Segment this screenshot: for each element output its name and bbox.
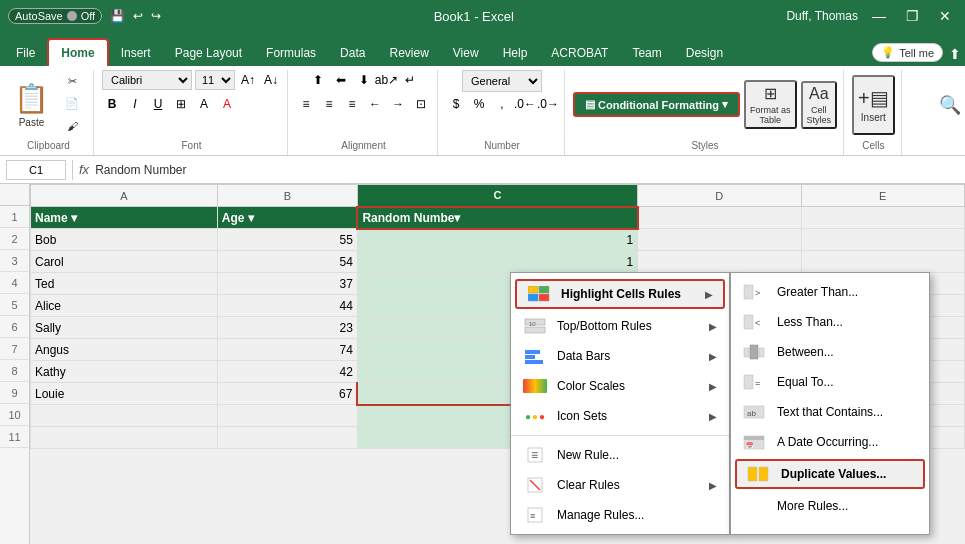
align-left-button[interactable]: ≡ (296, 94, 316, 114)
col-header-d[interactable]: D (638, 185, 801, 207)
font-color-button[interactable]: A (217, 94, 237, 114)
cell-a6[interactable]: Sally (31, 317, 218, 339)
font-size-dropdown[interactable]: 11 (195, 70, 235, 90)
cf-item-managerules[interactable]: ≡ Manage Rules... (511, 500, 729, 530)
close-button[interactable]: ✕ (933, 6, 957, 26)
comma-button[interactable]: , (492, 94, 512, 114)
cell-c1[interactable]: Random Numbe▾ (357, 207, 637, 229)
bold-button[interactable]: B (102, 94, 122, 114)
tab-help[interactable]: Help (491, 40, 540, 66)
sub-item-equal[interactable]: = Equal To... (731, 367, 929, 397)
decrease-font-button[interactable]: A↓ (261, 70, 281, 90)
cell-a7[interactable]: Angus (31, 339, 218, 361)
cell-a10[interactable] (31, 405, 218, 427)
search-icon[interactable]: 🔍 (939, 94, 961, 116)
row-num-6[interactable]: 6 (0, 316, 29, 338)
cf-item-colorscales[interactable]: Color Scales ▶ (511, 371, 729, 401)
cell-reference-box[interactable] (6, 160, 66, 180)
underline-button[interactable]: U (148, 94, 168, 114)
wrap-text-button[interactable]: ↵ (400, 70, 420, 90)
sub-item-less[interactable]: < Less Than... (731, 307, 929, 337)
cell-b11[interactable] (217, 427, 357, 449)
increase-font-button[interactable]: A↑ (238, 70, 258, 90)
border-button[interactable]: ⊞ (171, 94, 191, 114)
increase-indent-button[interactable]: → (388, 94, 408, 114)
cf-item-clearrules[interactable]: Clear Rules ▶ (511, 470, 729, 500)
cell-d1[interactable] (638, 207, 801, 229)
italic-button[interactable]: I (125, 94, 145, 114)
cell-b1[interactable]: Age ▾ (217, 207, 357, 229)
col-header-c[interactable]: C (357, 185, 637, 207)
tab-file[interactable]: File (4, 40, 47, 66)
merge-center-button[interactable]: ⊡ (411, 94, 431, 114)
number-format-dropdown[interactable]: General Number Currency Date (462, 70, 542, 92)
col-header-b[interactable]: B (217, 185, 357, 207)
row-num-1[interactable]: 1 (0, 206, 29, 228)
cell-b4[interactable]: 37 (217, 273, 357, 295)
align-top-button[interactable]: ⬆ (308, 70, 328, 90)
cell-e3[interactable] (801, 251, 964, 273)
sub-item-between[interactable]: Between... (731, 337, 929, 367)
cell-b2[interactable]: 55 (217, 229, 357, 251)
align-middle-button[interactable]: ⬅ (331, 70, 351, 90)
conditional-formatting-button[interactable]: ▤ Conditional Formatting ▾ (573, 92, 740, 117)
restore-button[interactable]: ❐ (900, 6, 925, 26)
cf-item-newrule[interactable]: ≡ New Rule... (511, 440, 729, 470)
sub-item-text[interactable]: ab Text that Contains... (731, 397, 929, 427)
cell-e2[interactable] (801, 229, 964, 251)
cell-a3[interactable]: Carol (31, 251, 218, 273)
sub-item-greater[interactable]: > Greater Than... (731, 277, 929, 307)
tab-page-layout[interactable]: Page Layout (163, 40, 254, 66)
col-header-a[interactable]: A (31, 185, 218, 207)
cf-item-databars[interactable]: Data Bars ▶ (511, 341, 729, 371)
row-num-4[interactable]: 4 (0, 272, 29, 294)
cell-a5[interactable]: Alice (31, 295, 218, 317)
paste-button[interactable]: 📋 Paste (10, 75, 53, 135)
increase-decimal-button[interactable]: .0→ (538, 94, 558, 114)
tab-home[interactable]: Home (47, 38, 108, 66)
angle-text-button[interactable]: ab↗ (377, 70, 397, 90)
cell-a2[interactable]: Bob (31, 229, 218, 251)
autosave-toggle[interactable]: AutoSave Off (8, 8, 102, 24)
col-header-e[interactable]: E (801, 185, 964, 207)
align-right-button[interactable]: ≡ (342, 94, 362, 114)
tab-formulas[interactable]: Formulas (254, 40, 328, 66)
font-name-dropdown[interactable]: Calibri (102, 70, 192, 90)
tab-design[interactable]: Design (674, 40, 735, 66)
row-num-2[interactable]: 2 (0, 228, 29, 250)
tab-acrobat[interactable]: ACROBAT (539, 40, 620, 66)
align-bottom-button[interactable]: ⬇ (354, 70, 374, 90)
cell-a1[interactable]: Name ▾ (31, 207, 218, 229)
cell-a8[interactable]: Kathy (31, 361, 218, 383)
cf-item-highlight[interactable]: Highlight Cells Rules ▶ (515, 279, 725, 309)
cf-item-iconsets[interactable]: ● ● ● Icon Sets ▶ (511, 401, 729, 431)
tab-view[interactable]: View (441, 40, 491, 66)
cell-b8[interactable]: 42 (217, 361, 357, 383)
cf-item-topbottom[interactable]: 10 Top/Bottom Rules ▶ (511, 311, 729, 341)
fill-color-button[interactable]: A (194, 94, 214, 114)
sub-item-date[interactable]: 📅 A Date Occurring... (731, 427, 929, 457)
cell-d2[interactable] (638, 229, 801, 251)
cell-d3[interactable] (638, 251, 801, 273)
undo-icon[interactable]: ↩ (133, 9, 143, 23)
minimize-button[interactable]: — (866, 6, 892, 26)
decrease-decimal-button[interactable]: .0← (515, 94, 535, 114)
insert-button[interactable]: +▤ Insert (852, 75, 895, 135)
row-num-10[interactable]: 10 (0, 404, 29, 426)
cell-c3[interactable]: 1 (357, 251, 637, 273)
tab-team[interactable]: Team (620, 40, 673, 66)
cell-styles-button[interactable]: Aa CellStyles (801, 81, 838, 129)
cell-b5[interactable]: 44 (217, 295, 357, 317)
tab-data[interactable]: Data (328, 40, 377, 66)
cell-b3[interactable]: 54 (217, 251, 357, 273)
decrease-indent-button[interactable]: ← (365, 94, 385, 114)
row-num-8[interactable]: 8 (0, 360, 29, 382)
align-center-button[interactable]: ≡ (319, 94, 339, 114)
cell-e1[interactable] (801, 207, 964, 229)
row-num-5[interactable]: 5 (0, 294, 29, 316)
cell-a11[interactable] (31, 427, 218, 449)
cell-a9[interactable]: Louie (31, 383, 218, 405)
row-num-3[interactable]: 3 (0, 250, 29, 272)
cell-b7[interactable]: 74 (217, 339, 357, 361)
format-painter-button[interactable]: 🖌 (57, 116, 87, 136)
